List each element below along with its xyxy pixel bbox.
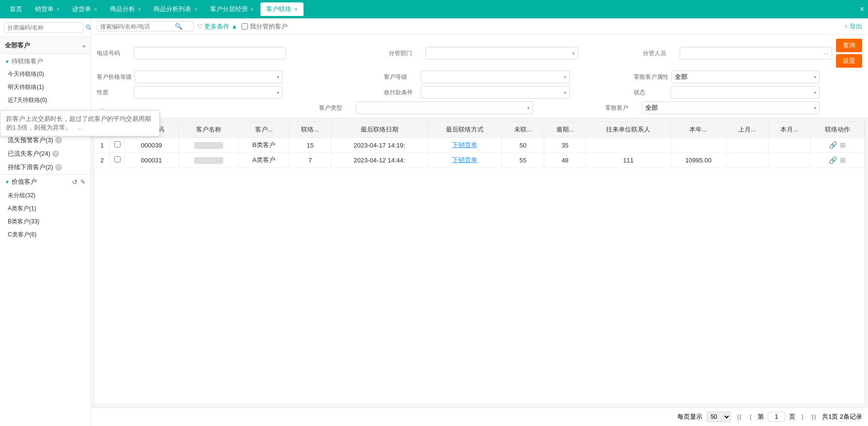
export-button[interactable]: ↑ 导出	[845, 22, 863, 31]
gender-select[interactable]	[134, 86, 283, 99]
sidebar-item-unclassified[interactable]: 未分组(32)	[0, 189, 91, 202]
col-last-method[interactable]: 最后联络方式	[427, 122, 502, 138]
customer-level-field: 客户等级	[384, 71, 570, 83]
col-this-month[interactable]: 本月...	[768, 122, 810, 138]
export-icon: ↑	[845, 23, 848, 30]
sidebar-search-icon[interactable]: 🔍	[85, 24, 91, 31]
next-page-button[interactable]: ⟩	[799, 412, 806, 422]
cell-uncontact: 50	[502, 138, 544, 153]
close-icon[interactable]: ×	[251, 6, 254, 12]
customer-level-select[interactable]	[421, 71, 570, 83]
payment-select[interactable]	[421, 86, 570, 99]
table-header-row: ⚙ 客户编码 客户名称 客户... 联络... 最后联络日期 最后联络方式 未联…	[94, 122, 865, 138]
sidebar-item-c-class[interactable]: C类客户(6)	[0, 228, 91, 241]
tooltip-box: 距客户上次交易时长，超过了此客户的平均交易周期的1.5倍，则视为异常。 ...	[0, 110, 160, 136]
retail-attr-select[interactable]: 全部	[671, 71, 820, 83]
col-contact-count[interactable]: 联络...	[289, 122, 331, 138]
search-input[interactable]	[100, 23, 173, 30]
sidebar-item-declining[interactable]: 持续下滑客户(2) ?	[0, 161, 91, 174]
col-name[interactable]: 客户名称	[178, 122, 238, 138]
retail-customer-select[interactable]: 全部	[642, 102, 820, 114]
customer-name-blurred	[194, 142, 223, 149]
sidebar-item-tomorrow-pending[interactable]: 明天待联络(1)	[0, 81, 91, 94]
declining-info-icon[interactable]: ?	[55, 164, 62, 171]
last-method-link[interactable]: 下销货单	[452, 141, 477, 148]
tab-sales-order[interactable]: 销货单 ×	[29, 2, 65, 16]
col-uncontact[interactable]: 未联...	[502, 122, 544, 138]
cell-code: 000039	[124, 138, 178, 153]
cell-last-method[interactable]: 下销货单	[427, 138, 502, 153]
tab-home[interactable]: 首页	[4, 2, 28, 16]
close-icon[interactable]: ×	[194, 6, 197, 12]
phone-input[interactable]	[134, 47, 286, 59]
sidebar-item-7days-pending[interactable]: 近7天待联络(0)	[0, 94, 91, 107]
sidebar-item-a-class[interactable]: A类客户(1)	[0, 202, 91, 215]
branch-person-field: 分管人员 ···	[643, 47, 832, 59]
price-level-select[interactable]	[135, 71, 283, 83]
churned-info-icon[interactable]: ?	[52, 150, 59, 157]
cell-last-method[interactable]: 下销货单	[427, 153, 502, 168]
all-customers-label: 全部客户	[5, 41, 30, 50]
more-conditions-button[interactable]: ▽ 更多条件 ▲	[198, 22, 238, 31]
cell-this-year: 10995.00	[670, 153, 726, 168]
col-last-month[interactable]: 上月...	[726, 122, 768, 138]
branch-dept-select[interactable]	[426, 47, 578, 59]
sidebar-item-churned[interactable]: 已流失客户(24) ?	[0, 147, 91, 161]
last-page-button[interactable]: ⟩⟩	[809, 412, 818, 422]
page-input[interactable]	[768, 412, 785, 422]
row-checkbox[interactable]	[114, 141, 121, 147]
tab-product-analysis-list[interactable]: 商品分析列表 ×	[148, 2, 203, 16]
col-contact-person[interactable]: 往来单位联系人	[586, 122, 670, 138]
churn-info-icon[interactable]: ?	[55, 137, 62, 144]
last-method-link[interactable]: 下销货单	[452, 156, 477, 163]
sidebar-collapse-icon[interactable]: «	[82, 42, 86, 49]
col-last-date[interactable]: 最后联络日期	[331, 122, 427, 138]
cell-this-month	[768, 153, 810, 168]
close-icon[interactable]: ×	[294, 6, 297, 12]
branch-person-select[interactable]: ···	[680, 47, 832, 59]
tooltip-close-icon[interactable]: ...	[77, 124, 82, 131]
my-customers-checkbox[interactable]	[242, 23, 248, 29]
tab-customer-layered[interactable]: 客户分层经营 ×	[204, 2, 259, 16]
tab-purchase-order[interactable]: 进货单 ×	[66, 2, 103, 16]
col-overdue[interactable]: 逾期...	[544, 122, 586, 138]
close-icon[interactable]: ×	[57, 6, 60, 12]
total-records-label: 共1页 2条记录	[822, 412, 862, 421]
row-checkbox[interactable]	[114, 156, 121, 162]
grid-action-icon[interactable]: ⊞	[840, 156, 846, 164]
col-this-year[interactable]: 本年...	[670, 122, 726, 138]
cell-contact-count: 7	[289, 153, 331, 168]
cell-seq: 2	[94, 153, 110, 168]
first-page-button[interactable]: ⟨⟨	[735, 412, 744, 422]
cell-action: 🔗 ⊞	[810, 153, 865, 168]
window-close-button[interactable]: ×	[860, 5, 864, 14]
branch-dept-field: 分管部门	[389, 47, 578, 59]
filter-row-1: 电话号码 分管部门 分管人员 ···	[97, 39, 862, 68]
prev-page-button[interactable]: ⟨	[747, 412, 754, 422]
sidebar-item-today-pending[interactable]: 今天待联络(0)	[0, 68, 91, 81]
col-level[interactable]: 客户...	[239, 122, 289, 138]
sidebar-item-b-class[interactable]: B类客户(33)	[0, 215, 91, 228]
edit-icon[interactable]: ✎	[80, 178, 86, 186]
close-icon[interactable]: ×	[94, 6, 97, 12]
link-action-icon[interactable]: 🔗	[829, 156, 837, 164]
refresh-icon[interactable]: ↺	[72, 178, 77, 186]
link-action-icon[interactable]: 🔗	[829, 141, 837, 149]
search-input-wrap: 🔍	[97, 21, 194, 31]
search-icon[interactable]: 🔍	[175, 23, 183, 30]
sidebar-search-input[interactable]	[4, 22, 83, 33]
query-button[interactable]: 查询	[836, 39, 862, 52]
cell-uncontact: 55	[502, 153, 544, 168]
per-page-select[interactable]: 50 100 200	[706, 411, 731, 422]
grid-action-icon[interactable]: ⊞	[840, 141, 846, 149]
cell-seq: 1	[94, 138, 110, 153]
customer-type-select[interactable]	[356, 102, 533, 114]
status-select[interactable]	[670, 86, 820, 99]
setting-button[interactable]: 设置	[836, 54, 862, 68]
retail-customer-field: 零散客户 全部	[605, 102, 820, 114]
tab-customer-contact[interactable]: 客户联络 ×	[260, 2, 303, 16]
filter-row-3: 性质 收付款条件 状态	[97, 86, 862, 99]
close-icon[interactable]: ×	[138, 6, 141, 12]
tab-product-analysis[interactable]: 商品分析 ×	[104, 2, 147, 16]
cell-action: 🔗 ⊞	[810, 138, 865, 153]
